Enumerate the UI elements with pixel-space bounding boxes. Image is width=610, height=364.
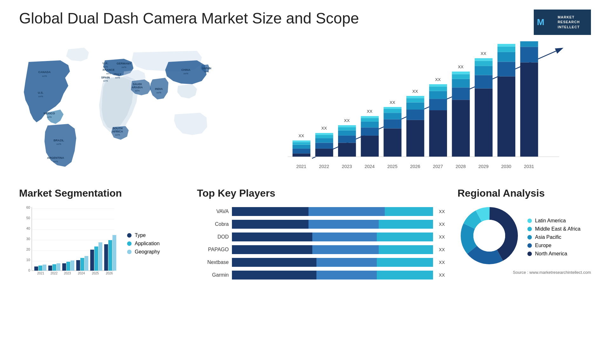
svg-rect-101 xyxy=(498,44,515,46)
svg-text:xx%: xx% xyxy=(103,79,108,82)
svg-rect-78 xyxy=(429,91,447,99)
svg-rect-132 xyxy=(52,264,56,271)
svg-rect-58 xyxy=(361,118,379,122)
svg-rect-37 xyxy=(293,142,310,145)
map-svg: CANADA xx% U.S. xx% MEXICO xx% BRAZIL xx… xyxy=(19,41,235,178)
svg-text:xx%: xx% xyxy=(183,72,188,75)
svg-rect-140 xyxy=(80,258,84,271)
player-row-garmin: Garmin XX xyxy=(197,271,445,280)
svg-rect-129 xyxy=(43,265,46,271)
svg-rect-76 xyxy=(429,110,447,157)
svg-rect-86 xyxy=(452,74,470,79)
svg-rect-36 xyxy=(293,145,310,149)
bar-seg-3 xyxy=(379,245,433,254)
player-name-garmin: Garmin xyxy=(197,272,229,278)
regional-content: Latin America Middle East & Africa Asia … xyxy=(458,204,591,267)
svg-text:xx%: xx% xyxy=(204,70,209,73)
svg-rect-59 xyxy=(361,116,379,118)
svg-text:20: 20 xyxy=(26,247,30,251)
svg-rect-65 xyxy=(383,109,401,113)
svg-text:2026: 2026 xyxy=(106,272,113,275)
svg-text:INDIA: INDIA xyxy=(155,87,163,91)
logo: M MARKET RESEARCH INTELLECT xyxy=(534,10,591,35)
bar-seg-1 xyxy=(232,245,312,254)
svg-text:xx%: xx% xyxy=(103,65,108,68)
player-name-nextbase: Nextbase xyxy=(197,260,229,265)
svg-text:SPAIN: SPAIN xyxy=(101,76,110,79)
svg-rect-70 xyxy=(406,110,424,120)
player-xx-dod: XX xyxy=(439,234,445,239)
svg-text:XX: XX xyxy=(435,77,441,82)
legend-application-dot xyxy=(127,241,132,246)
logo-letter: M xyxy=(537,17,544,27)
svg-text:60: 60 xyxy=(26,206,30,209)
svg-rect-104 xyxy=(520,63,538,157)
svg-rect-34 xyxy=(293,153,310,157)
svg-rect-144 xyxy=(94,246,98,271)
svg-rect-93 xyxy=(475,61,492,66)
svg-point-156 xyxy=(473,220,505,252)
svg-text:FRANCE: FRANCE xyxy=(103,68,115,71)
player-xx-cobra: XX xyxy=(439,222,445,227)
svg-text:2026: 2026 xyxy=(410,164,420,169)
player-row-papago: PAPAGO XX xyxy=(197,245,445,254)
svg-text:XX: XX xyxy=(344,118,350,123)
player-xx-nextbase: XX xyxy=(439,260,445,265)
svg-rect-79 xyxy=(429,86,447,91)
svg-rect-73 xyxy=(406,96,424,98)
player-name-vava: VAVA xyxy=(197,209,229,214)
svg-rect-38 xyxy=(293,140,310,142)
svg-text:2024: 2024 xyxy=(364,164,375,169)
svg-rect-149 xyxy=(112,235,116,271)
svg-text:2030: 2030 xyxy=(501,164,511,169)
player-row-dod: DOD XX xyxy=(197,233,445,241)
svg-text:2029: 2029 xyxy=(478,164,489,169)
donut-chart-svg xyxy=(458,204,521,267)
svg-text:2022: 2022 xyxy=(319,164,329,169)
bar-seg-1 xyxy=(232,207,308,216)
svg-text:xx%: xx% xyxy=(47,116,51,118)
svg-rect-84 xyxy=(452,87,470,100)
bar-seg-3 xyxy=(379,220,433,229)
player-name-cobra: Cobra xyxy=(197,221,229,227)
svg-rect-94 xyxy=(475,58,492,61)
svg-rect-62 xyxy=(383,128,401,157)
svg-text:GERMANY: GERMANY xyxy=(117,62,131,65)
svg-text:XX: XX xyxy=(412,89,418,94)
legend-na-dot xyxy=(527,252,532,256)
svg-rect-80 xyxy=(429,84,447,86)
svg-rect-83 xyxy=(452,100,470,157)
svg-text:2031: 2031 xyxy=(524,164,534,169)
svg-rect-127 xyxy=(34,266,38,271)
logo-text: MARKET RESEARCH INTELLECT xyxy=(558,15,580,30)
svg-rect-64 xyxy=(383,113,401,119)
svg-text:xx%: xx% xyxy=(115,133,120,136)
svg-rect-133 xyxy=(57,263,60,271)
bar-seg-2 xyxy=(316,271,377,280)
svg-text:ARABIA: ARABIA xyxy=(132,86,143,89)
svg-rect-50 xyxy=(338,131,356,136)
svg-text:U.S.: U.S. xyxy=(38,91,44,94)
svg-text:30: 30 xyxy=(26,237,30,241)
seg-legend: Type Application Geography xyxy=(127,233,160,255)
svg-text:2022: 2022 xyxy=(51,272,58,275)
player-row-vava: VAVA XX xyxy=(197,207,445,216)
svg-text:2021: 2021 xyxy=(296,164,306,169)
svg-text:xx%: xx% xyxy=(42,75,47,78)
svg-text:SAUDI: SAUDI xyxy=(133,83,142,86)
legend-latin-dot xyxy=(527,219,532,223)
svg-rect-143 xyxy=(90,250,94,271)
svg-rect-139 xyxy=(76,260,80,271)
player-bar-vava xyxy=(232,207,433,216)
player-bar-garmin xyxy=(232,271,433,280)
svg-text:XX: XX xyxy=(503,41,509,42)
svg-rect-97 xyxy=(498,77,515,157)
svg-text:10: 10 xyxy=(26,258,30,262)
player-bar-nextbase xyxy=(232,258,433,267)
bar-seg-2 xyxy=(312,233,377,241)
svg-text:0: 0 xyxy=(28,268,30,272)
svg-rect-98 xyxy=(498,62,515,77)
svg-text:XX: XX xyxy=(481,51,486,56)
svg-rect-145 xyxy=(98,242,102,271)
legend-geography-dot xyxy=(127,250,132,254)
